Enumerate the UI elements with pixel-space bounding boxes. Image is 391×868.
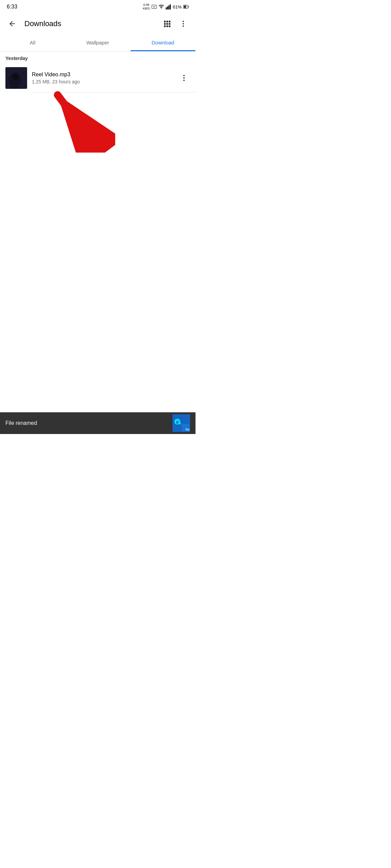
app-bar: Downloads — [0, 14, 196, 34]
svg-rect-9 — [184, 5, 186, 8]
status-time: 6:33 — [7, 4, 17, 10]
file-divider — [32, 92, 196, 93]
file-thumbnail: ♪ — [5, 67, 27, 89]
grid-view-button[interactable] — [160, 17, 174, 31]
svg-point-12 — [12, 73, 19, 80]
network-speed: 0.08 KB/S — [143, 3, 150, 11]
file-more-icon — [183, 75, 185, 81]
more-options-icon — [183, 21, 184, 27]
status-bar: 6:33 0.08 KB/S Vo 61% — [0, 0, 196, 14]
app-bar-actions — [160, 17, 190, 31]
svg-rect-5 — [168, 5, 169, 9]
svg-rect-3 — [166, 7, 167, 9]
file-item[interactable]: ♪ Reel Video.mp3 1.25 MB, 23 hours ago — [0, 64, 196, 92]
battery-icon — [183, 4, 189, 9]
file-name: Reel Video.mp3 — [32, 72, 173, 78]
signal-icon — [166, 4, 171, 9]
back-icon — [8, 20, 16, 28]
logo-tu-text: TU — [185, 428, 189, 431]
svg-rect-16 — [182, 415, 189, 422]
svg-point-2 — [161, 7, 162, 8]
back-button[interactable] — [5, 17, 19, 31]
file-more-button[interactable] — [178, 72, 190, 84]
brand-logo: G TU G TU — [172, 414, 190, 432]
svg-rect-8 — [188, 6, 189, 8]
svg-rect-6 — [170, 4, 171, 9]
logo-g-text: G — [174, 417, 181, 427]
tabs-bar: All Wallpaper Download — [0, 34, 196, 52]
svg-rect-4 — [167, 6, 168, 9]
tab-download[interactable]: Download — [130, 34, 196, 51]
more-options-button[interactable] — [177, 17, 190, 31]
status-icons: 0.08 KB/S Vo 61% — [143, 3, 189, 11]
battery-percentage: 61% — [173, 4, 182, 9]
snackbar: File renamed G TU G TU — [0, 412, 196, 434]
grid-icon — [164, 21, 170, 27]
svg-text:Vo: Vo — [153, 6, 155, 8]
snackbar-text: File renamed — [5, 420, 37, 426]
page-title: Downloads — [24, 19, 155, 28]
file-meta: 1.25 MB, 23 hours ago — [32, 79, 173, 84]
svg-line-14 — [58, 95, 98, 149]
file-info: Reel Video.mp3 1.25 MB, 23 hours ago — [32, 72, 173, 84]
thumbnail-silhouette — [5, 67, 27, 89]
wifi-icon — [159, 4, 164, 9]
tab-all[interactable]: All — [0, 34, 65, 51]
section-header-yesterday: Yesterday — [0, 52, 196, 64]
tab-wallpaper[interactable]: Wallpaper — [65, 34, 130, 51]
annotation-arrow — [41, 85, 115, 153]
vowifi-icon: Vo — [151, 4, 157, 9]
